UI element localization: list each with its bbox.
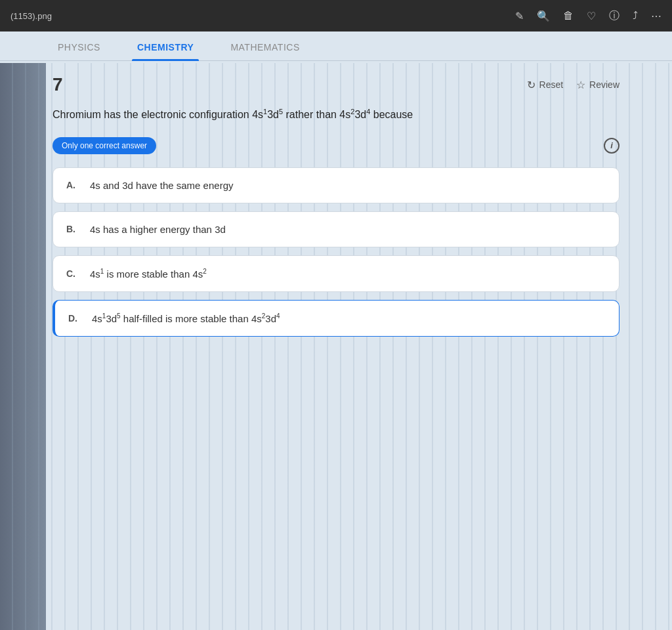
edit-icon[interactable]: ✎	[515, 10, 524, 22]
question-area: 7 ↻ Reset ☆ Review Chromium has the elec…	[0, 61, 672, 350]
browser-icons: ✎ 🔍 🗑 ♡ ⓘ ⤴ ⋯	[515, 9, 662, 23]
heart-icon[interactable]: ♡	[587, 10, 596, 22]
option-d[interactable]: D. 4s13d5 half-filled is more stable tha…	[52, 300, 620, 337]
reset-button[interactable]: ↻ Reset	[527, 79, 564, 91]
option-b[interactable]: B. 4s has a higher energy than 3d	[52, 211, 620, 247]
tab-chemistry[interactable]: CHEMISTRY	[132, 32, 199, 60]
review-button[interactable]: ☆ Review	[576, 79, 620, 91]
browser-bar: (1153).png ✎ 🔍 🗑 ♡ ⓘ ⤴ ⋯	[0, 0, 672, 32]
answer-tag-row: Only one correct answer i	[52, 137, 620, 154]
option-a[interactable]: A. 4s and 3d have the same energy	[52, 167, 620, 203]
options-list: A. 4s and 3d have the same energy B. 4s …	[52, 167, 620, 337]
option-b-text: 4s has a higher energy than 3d	[90, 224, 226, 235]
tab-bar: PHYSICS CHEMISTRY MATHEMATICS	[0, 32, 672, 61]
question-text: Chromium has the electronic configuratio…	[52, 106, 620, 124]
reset-icon: ↻	[527, 79, 536, 91]
more-icon[interactable]: ⋯	[651, 10, 662, 22]
question-actions: ↻ Reset ☆ Review	[527, 79, 620, 91]
question-number: 7	[52, 74, 63, 95]
option-c-letter: C.	[66, 268, 79, 279]
trash-icon[interactable]: 🗑	[563, 10, 574, 22]
info-icon[interactable]: ⓘ	[609, 9, 620, 23]
content-area: PHYSICS CHEMISTRY MATHEMATICS 7 ↻ Reset …	[0, 32, 672, 630]
question-info-icon[interactable]: i	[604, 138, 620, 154]
star-icon: ☆	[576, 79, 585, 91]
option-c-text: 4s1 is more stable than 4s2	[90, 268, 207, 280]
option-d-letter: D.	[68, 313, 81, 324]
answer-type-badge: Only one correct answer	[52, 137, 156, 154]
search-icon[interactable]: 🔍	[537, 10, 550, 22]
tab-mathematics[interactable]: MATHEMATICS	[225, 32, 304, 60]
option-c[interactable]: C. 4s1 is more stable than 4s2	[52, 255, 620, 292]
tab-physics[interactable]: PHYSICS	[52, 32, 106, 60]
option-a-letter: A.	[66, 180, 79, 190]
question-number-row: 7 ↻ Reset ☆ Review	[52, 74, 620, 95]
file-name: (1153).png	[10, 11, 52, 21]
option-b-letter: B.	[66, 224, 79, 234]
option-d-text: 4s13d5 half-filled is more stable than 4…	[92, 312, 280, 324]
share-icon[interactable]: ⤴	[633, 10, 638, 22]
option-a-text: 4s and 3d have the same energy	[90, 180, 233, 191]
